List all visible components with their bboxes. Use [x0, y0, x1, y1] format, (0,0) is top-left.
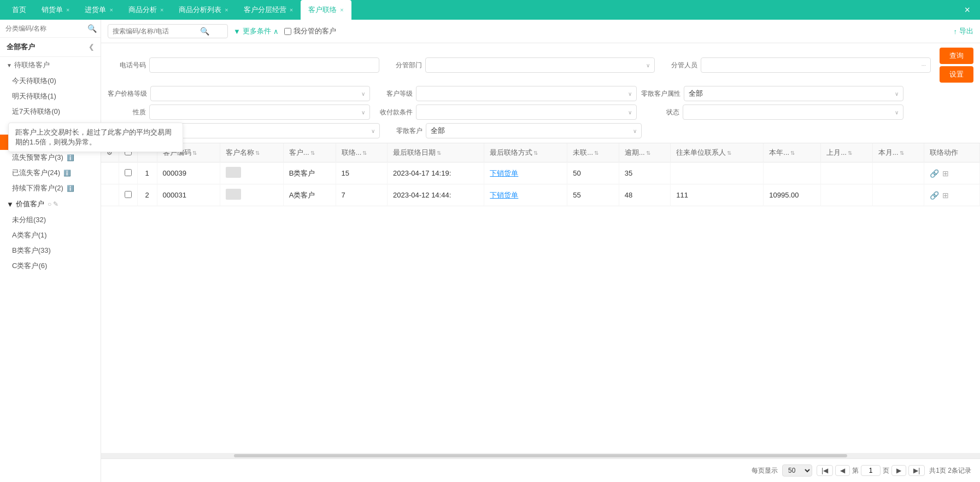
col-company-contact[interactable]: 往来单位联系人⇅ [671, 143, 764, 162]
dept-select[interactable]: ∨ [425, 57, 655, 73]
sort-icon: ⇅ [848, 150, 852, 156]
sidebar-item-today[interactable]: 今天待联络(0) [0, 73, 101, 89]
chevron-down-icon: ▼ [7, 200, 14, 208]
filter-gender: 性质 ∨ [108, 104, 370, 120]
sidebar-item-ungroup[interactable]: 未分组(32) [0, 212, 101, 228]
filter-phone: 电话号码 [108, 57, 379, 73]
gender-select[interactable]: ∨ [149, 104, 370, 120]
sidebar-item-7days[interactable]: 近7天待联络(0) [0, 104, 101, 119]
page-label: 页 [883, 466, 889, 475]
col-overdue[interactable]: 逾期...⇅ [619, 143, 671, 162]
col-name[interactable]: 客户名称⇅ [220, 143, 284, 162]
phone-input[interactable] [149, 57, 379, 73]
settings-button[interactable]: 设置 [940, 66, 973, 83]
col-last-contact-method[interactable]: 最后联络方式⇅ [484, 143, 567, 162]
sort-icon: ⇅ [594, 150, 598, 156]
row-no-contact: 50 [567, 162, 619, 184]
sidebar-group-value-customer[interactable]: ▼ 价值客户 ○ ✎ [0, 196, 101, 212]
filter-top-bar: 🔍 ▼ 更多条件 ∧ 我分管的客户 ↑ 导出 [101, 20, 980, 43]
row-checkbox[interactable] [119, 162, 137, 184]
row-last-contact-method[interactable]: 下销货单 [484, 184, 567, 206]
chevron-down-icon: ∨ [895, 109, 899, 115]
horizontal-scrollbar[interactable] [101, 453, 980, 458]
col-last-contact-date[interactable]: 最后联络日期⇅ [388, 143, 484, 162]
export-icon: ↑ [954, 27, 958, 36]
next-page-button[interactable]: ▶ [891, 465, 906, 476]
sidebar-item-lost-pre[interactable]: 流失预警客户(3) ℹ️ [0, 150, 101, 165]
first-page-button[interactable]: |◀ [817, 465, 833, 476]
my-customers-checkbox[interactable] [284, 28, 291, 35]
page-input[interactable] [861, 465, 881, 476]
edit-icon[interactable]: ○ ✎ [48, 200, 59, 208]
main-search-input[interactable] [113, 27, 200, 35]
row-select-checkbox[interactable] [125, 191, 132, 198]
row-last-contact-method[interactable]: 下销货单 [484, 162, 567, 184]
prev-page-button[interactable]: ◀ [835, 465, 850, 476]
payment-select[interactable]: ∨ [416, 104, 637, 120]
link-icon[interactable]: 🔗 [930, 191, 939, 200]
grid-icon[interactable]: ⊞ [942, 169, 949, 178]
nav-sales-order[interactable]: 销货单 × [34, 0, 77, 20]
table-row: 2 000031 A类客户 7 2023-04-12 14:44: 下销货单 5… [101, 184, 980, 206]
col-type[interactable]: 客户...⇅ [283, 143, 336, 162]
price-level-select[interactable]: ∨ [150, 86, 370, 101]
close-icon[interactable]: × [160, 7, 163, 13]
data-table-area: ⚙ 客户编码⇅ 客户名称⇅ 客户...⇅ 联络...⇅ 最后联络日期⇅ 最后联络… [101, 143, 980, 453]
sidebar-search-input[interactable] [5, 25, 87, 32]
row-company-contact [671, 162, 764, 184]
chevron-down-icon: ∨ [633, 128, 637, 134]
nav-home[interactable]: 首页 [4, 0, 34, 20]
manager-select[interactable]: ··· [701, 57, 931, 73]
export-button[interactable]: ↑ 导出 [954, 26, 974, 36]
close-icon[interactable]: × [225, 7, 228, 13]
row-select-checkbox[interactable] [125, 169, 132, 176]
my-customers-checkbox-group[interactable]: 我分管的客户 [284, 26, 336, 36]
sidebar-item-decline[interactable]: 持续下滑客户(2) ℹ️ [0, 181, 101, 196]
col-this-year[interactable]: 本年...⇅ [764, 143, 821, 162]
col-this-month[interactable]: 本月...⇅ [872, 143, 924, 162]
per-page-select[interactable]: 50 10 20 100 [782, 464, 812, 477]
retail-customer-select[interactable]: 全部 ∨ [426, 123, 642, 138]
row-last-month [821, 162, 873, 184]
sidebar-item-c-class[interactable]: C类客户(6) [0, 258, 101, 274]
grid-icon[interactable]: ⊞ [942, 191, 949, 200]
scroll-thumb[interactable] [234, 454, 848, 457]
close-icon[interactable]: × [109, 7, 113, 13]
nav-customer-contact[interactable]: 客户联络 × [301, 0, 351, 20]
col-contact[interactable]: 联络...⇅ [336, 143, 388, 162]
sidebar-search-bar[interactable]: 🔍 [0, 20, 101, 38]
more-conditions-button[interactable]: ▼ 更多条件 ∧ [233, 26, 279, 36]
nav-customer-tier[interactable]: 客户分层经营 × [236, 0, 301, 20]
dept-label: 分管部门 [384, 61, 422, 70]
link-icon[interactable]: 🔗 [930, 169, 939, 178]
sidebar-group-waiting-contact[interactable]: ▼ 待联络客户 [0, 57, 101, 73]
close-icon[interactable]: × [340, 7, 343, 13]
nav-purchase-order[interactable]: 进货单 × [77, 0, 120, 20]
row-checkbox[interactable] [119, 184, 137, 206]
status-select[interactable]: ∨ [683, 104, 903, 120]
col-last-month[interactable]: 上月...⇅ [821, 143, 873, 162]
customer-level-select[interactable]: ∨ [416, 86, 637, 101]
nav-product-analysis[interactable]: 商品分析 × [121, 0, 171, 20]
content-area: 🔍 ▼ 更多条件 ∧ 我分管的客户 ↑ 导出 电话号码 [101, 20, 980, 482]
sidebar-all-customers[interactable]: 全部客户 ❮ [0, 38, 101, 57]
window-close-button[interactable]: × [959, 4, 976, 16]
query-button[interactable]: 查询 [940, 48, 973, 64]
col-no-contact[interactable]: 未联...⇅ [567, 143, 619, 162]
nav-product-analysis-list[interactable]: 商品分析列表 × [171, 0, 236, 20]
retail-attr-select[interactable]: 全部 ∨ [684, 86, 903, 101]
search-icon[interactable]: 🔍 [87, 24, 97, 33]
tooltip-box: 距客户上次交易时长，超过了此客户的平均交易周期的1.5倍，则视为异常。 [101, 123, 183, 152]
customer-type-select[interactable]: ∨ [164, 123, 380, 138]
row-type: B类客户 [283, 162, 336, 184]
close-icon[interactable]: × [66, 7, 69, 13]
sidebar-item-tomorrow[interactable]: 明天待联络(1) [0, 89, 101, 104]
sidebar-item-lost[interactable]: 已流失客户(24) ℹ️ [0, 165, 101, 181]
search-icon[interactable]: 🔍 [200, 27, 209, 36]
main-search-box[interactable]: 🔍 [108, 24, 228, 38]
sidebar-item-a-class[interactable]: A类客户(1) [0, 228, 101, 243]
sidebar-item-b-class[interactable]: B类客户(33) [0, 243, 101, 258]
last-page-button[interactable]: ▶| [908, 465, 925, 476]
close-icon[interactable]: × [290, 7, 293, 13]
row-last-contact-date: 2023-04-12 14:44: [388, 184, 484, 206]
